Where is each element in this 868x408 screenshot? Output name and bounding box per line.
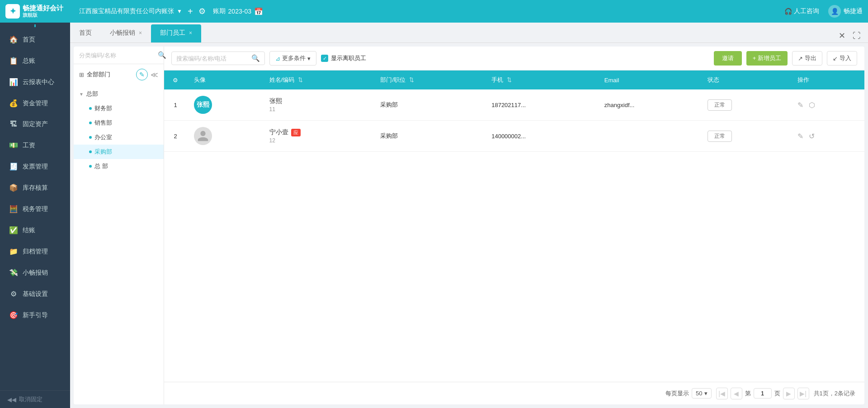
dept-dot — [89, 165, 92, 168]
user-menu[interactable]: 👤 畅捷通 — [828, 5, 863, 18]
sidebar-item-payroll[interactable]: 💵 工资 — [0, 135, 70, 156]
add-employee-button[interactable]: + 新增员工 — [746, 51, 788, 66]
tab-department-close[interactable]: × — [189, 30, 192, 36]
th-dept[interactable]: 部门/职位 ⇅ — [373, 70, 484, 89]
sidebar-label-inventory: 库存核算 — [23, 184, 48, 192]
pin-toggle[interactable]: ◀◀ 取消固定 — [0, 390, 70, 408]
inventory-icon: 📦 — [9, 183, 18, 192]
calendar-icon[interactable]: 📅 — [254, 7, 263, 16]
dept-node-caigou[interactable]: 采购部 — [74, 145, 164, 159]
import-button[interactable]: ↙ 导入 — [827, 51, 857, 66]
logo-main: 畅捷通好会计 — [23, 4, 63, 12]
first-page-button[interactable]: |◀ — [716, 388, 728, 399]
export-button[interactable]: ↗ 导出 — [792, 51, 822, 66]
table-row: 1 张熙 张熙 — [164, 89, 864, 121]
row2-actions: ✎ ↺ — [790, 121, 864, 152]
row1-email: zhangxidf... — [597, 89, 700, 121]
avatar-icon: 👤 — [831, 8, 839, 15]
th-name-code[interactable]: 姓名/编码 ⇅ — [262, 70, 373, 89]
sidebar-item-archive[interactable]: 📁 归档管理 — [0, 241, 70, 262]
th-phone[interactable]: 手机 ⇅ — [484, 70, 597, 89]
dept-node-label: 总部 — [86, 90, 98, 98]
page-label: 第 — [745, 389, 751, 398]
sidebar-item-inventory[interactable]: 📦 库存核算 — [0, 177, 70, 198]
service-button[interactable]: 🎧 人工咨询 — [784, 7, 819, 15]
sidebar-item-expense[interactable]: 💸 小畅报销 — [0, 262, 70, 283]
period-selector[interactable]: 账期 2023-03 📅 — [213, 7, 263, 16]
th-settings[interactable]: ⚙ — [164, 70, 187, 89]
topbar-add-button[interactable]: + — [188, 7, 193, 16]
refresh-icon[interactable]: ↺ — [809, 132, 815, 141]
dept-node-zongbu[interactable]: ▼ 总部 — [74, 87, 164, 101]
prev-page-button[interactable]: ◀ — [731, 388, 742, 399]
table-settings-icon[interactable]: ⚙ — [173, 77, 178, 84]
tab-close-button[interactable]: ✕ — [837, 29, 847, 42]
show-resigned-toggle[interactable]: ✓ 显示离职员工 — [321, 54, 366, 62]
employee-search-input[interactable] — [176, 55, 249, 62]
logo-icon: ✦ — [5, 4, 20, 19]
sidebar-item-invoice[interactable]: 🧾 发票管理 — [0, 156, 70, 177]
page-size-box[interactable]: 50 ▾ — [692, 388, 711, 399]
sidebar-item-reports[interactable]: 📊 云报表中心 — [0, 71, 70, 93]
dept-add-button[interactable]: ✎ — [136, 69, 148, 80]
name-code-block: 宁小壹 应 12 — [269, 128, 366, 144]
page-content: 🔍 ⊞ 全部部门 ✎ ≪ ▼ — [74, 47, 864, 404]
dept-node-label-zongbu2: 总 部 — [94, 162, 108, 170]
company-selector[interactable]: 江西服宝精品有限责任公司内账张 ▼ — [79, 7, 182, 15]
edit-icon[interactable]: ✎ — [797, 101, 803, 109]
invoice-icon: 🧾 — [9, 162, 18, 171]
invite-button[interactable]: 邀请 — [714, 51, 742, 66]
dept-collapse-button[interactable]: ≪ — [151, 70, 158, 79]
scroll-indicator — [34, 24, 36, 27]
status-badge: 正常 — [708, 131, 732, 142]
export-icon: ↗ — [798, 55, 803, 62]
filter-dropdown-arrow: ▾ — [307, 55, 311, 62]
sidebar: 🏠 首页 📋 总账 📊 云报表中心 💰 资金管理 🏗 固定资产 💵 工资 🧾 发… — [0, 23, 70, 408]
company-dropdown-arrow[interactable]: ▼ — [177, 8, 182, 14]
funds-icon: 💰 — [9, 99, 18, 108]
tab-expense[interactable]: 小畅报销 × — [101, 24, 151, 42]
search-icon[interactable]: 🔍 — [251, 54, 260, 62]
dept-node-caiwu[interactable]: 财务部 — [74, 101, 164, 116]
filter-button[interactable]: ⊿ 更多条件 ▾ — [269, 51, 316, 66]
tab-home[interactable]: 首页 — [70, 24, 101, 42]
logout-icon[interactable]: ⬡ — [809, 101, 815, 109]
row1-status: 正常 — [700, 89, 790, 121]
user-label: 畅捷通 — [844, 7, 863, 15]
dept-root-text: 全部部门 — [87, 70, 110, 79]
tab-department[interactable]: 部门员工 × — [151, 24, 201, 42]
sidebar-item-close[interactable]: ✅ 结账 — [0, 220, 70, 241]
sidebar-item-home[interactable]: 🏠 首页 — [0, 29, 70, 50]
sidebar-item-funds[interactable]: 💰 资金管理 — [0, 93, 70, 114]
sidebar-item-settings[interactable]: ⚙ 基础设置 — [0, 283, 70, 305]
tab-maximize-button[interactable]: ⛶ — [851, 29, 863, 42]
dept-node-xiaoshou[interactable]: 销售部 — [74, 116, 164, 130]
page-number-input[interactable] — [754, 388, 772, 399]
show-resigned-checkbox[interactable]: ✓ — [321, 55, 328, 62]
sidebar-item-assets[interactable]: 🏗 固定资产 — [0, 114, 70, 135]
sidebar-label-funds: 资金管理 — [23, 99, 48, 108]
funnel-icon: ⊿ — [275, 55, 280, 62]
last-page-button[interactable]: ▶| — [797, 388, 809, 399]
sidebar-item-guide[interactable]: 🎯 新手引导 — [0, 305, 70, 326]
sidebar-item-ledger[interactable]: 📋 总账 — [0, 50, 70, 71]
dept-node-bangongshi[interactable]: 办公室 — [74, 130, 164, 145]
employee-toolbar: 🔍 ⊿ 更多条件 ▾ ✓ 显示离职员工 邀请 — [164, 47, 864, 70]
logo-text: 畅捷通好会计 旗舰版 — [23, 4, 63, 18]
pagination-bar: 每页显示 50 ▾ |◀ ◀ 第 页 ▶ ▶| — [164, 382, 864, 404]
action-buttons: ✎ ↺ — [797, 132, 857, 141]
edit-icon[interactable]: ✎ — [797, 132, 803, 141]
pin-label: 取消固定 — [19, 395, 42, 403]
headset-icon: 🎧 — [784, 8, 792, 15]
next-page-button[interactable]: ▶ — [783, 388, 795, 399]
dept-node-zongbu2[interactable]: 总 部 — [74, 159, 164, 174]
tab-expense-close[interactable]: × — [139, 30, 142, 36]
row2-index: 2 — [164, 121, 187, 152]
sidebar-label-home: 首页 — [23, 36, 35, 44]
dept-dot — [89, 107, 92, 110]
sidebar-item-tax[interactable]: 🧮 税务管理 — [0, 198, 70, 220]
avatar-text: 张熙 — [197, 101, 209, 109]
dept-search-input[interactable] — [79, 52, 155, 59]
dept-root-label[interactable]: ⊞ 全部部门 — [79, 70, 110, 79]
topbar-settings-icon[interactable]: ⚙ — [198, 6, 206, 16]
